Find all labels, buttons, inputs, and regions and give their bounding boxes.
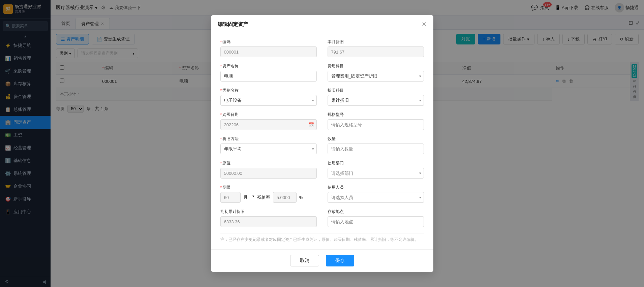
residual-rate-label: 残值率	[257, 194, 270, 200]
dep-subject-input[interactable]	[328, 95, 424, 106]
category-label: * 类别名称	[220, 88, 317, 93]
modal-row-6: * 原值 使用部门 ▾	[220, 160, 424, 179]
residual-rate-unit: %	[299, 195, 303, 200]
modal-header: 编辑固定资产 ✕	[211, 15, 433, 32]
save-btn[interactable]: 保存	[326, 255, 354, 266]
modal-close-btn[interactable]: ✕	[422, 21, 427, 28]
user-select-wrap: ▾	[328, 192, 424, 203]
expense-subject-select-wrap: ▾	[328, 71, 424, 82]
dept-label: 使用部门	[328, 160, 424, 166]
expense-subject-label: 费用科目	[328, 63, 424, 69]
purchase-date-input[interactable]	[220, 119, 317, 130]
modal-footer: 取消 保存	[211, 249, 433, 272]
initial-dep-input[interactable]	[220, 216, 317, 227]
original-value-label: * 原值	[220, 160, 317, 166]
field-dept: 使用部门 ▾	[328, 160, 424, 179]
dept-input[interactable]	[328, 168, 424, 179]
dept-select-wrap: ▾	[328, 168, 424, 179]
quantity-label: 数量	[328, 136, 424, 142]
modal-row-8: 期初累计折旧 存放地点	[220, 209, 424, 227]
name-input[interactable]	[220, 71, 317, 82]
location-label: 存放地点	[328, 209, 424, 215]
modal-row-7: * 期限 月 * 残值率 % 使用人员	[220, 185, 424, 203]
modal-note: 注：已经存在变更记录或者对应固定资产已经生成凭证，原值、购买日期、残值率、累计折…	[220, 233, 424, 243]
spec-label: 规格型号	[328, 112, 424, 118]
location-input[interactable]	[328, 216, 424, 227]
category-input[interactable]	[220, 95, 317, 106]
quantity-input[interactable]	[328, 144, 424, 154]
field-name: * 资产名称	[220, 63, 317, 82]
field-location: 存放地点	[328, 209, 424, 227]
expense-subject-input[interactable]	[328, 71, 424, 82]
field-monthly-dep: 本月折旧 document.querySelector('[data-name=…	[328, 39, 424, 57]
modal-overlay: 编辑固定资产 ✕ * 编码 document.querySelector('[d…	[0, 0, 644, 287]
monthly-dep-input	[328, 46, 424, 57]
field-period-residual: * 期限 月 * 残值率 %	[220, 185, 317, 203]
period-residual-row: 月 * 残值率 %	[220, 192, 317, 203]
field-code: * 编码 document.querySelector('[data-name=…	[220, 39, 317, 57]
dep-subject-label: 折旧科目	[328, 88, 424, 93]
field-original-value: * 原值	[220, 160, 317, 179]
dep-method-label: * 折旧方法	[220, 136, 317, 142]
code-label: * 编码	[220, 39, 317, 45]
calendar-icon: 📅	[309, 122, 314, 127]
spec-input[interactable]	[328, 119, 424, 130]
modal-row-2: * 资产名称 费用科目 ▾	[220, 63, 424, 82]
field-expense-subject: 费用科目 ▾	[328, 63, 424, 82]
residual-rate-input[interactable]	[273, 192, 297, 203]
purchase-date-wrap: 📅	[220, 119, 317, 130]
period-label: * 期限	[220, 185, 317, 190]
modal-row-3: * 类别名称 ▾ 折旧科目 ▾	[220, 88, 424, 106]
field-spec: 规格型号	[328, 112, 424, 130]
field-category: * 类别名称 ▾	[220, 88, 317, 106]
field-initial-dep: 期初累计折旧	[220, 209, 317, 227]
category-select-wrap: ▾	[220, 95, 317, 106]
initial-dep-label: 期初累计折旧	[220, 209, 317, 215]
field-quantity: 数量	[328, 136, 424, 154]
user-label: 使用人员	[328, 185, 424, 190]
modal-row-4: * 购买日期 📅 规格型号	[220, 112, 424, 130]
period-unit: 月	[243, 194, 248, 200]
period-input[interactable]	[220, 192, 241, 203]
residual-req: *	[252, 194, 254, 200]
dep-method-input[interactable]	[220, 144, 317, 154]
name-label: * 资产名称	[220, 63, 317, 69]
code-input[interactable]	[220, 46, 317, 57]
original-value-input[interactable]	[220, 168, 317, 179]
field-dep-subject: 折旧科目 ▾	[328, 88, 424, 106]
field-user: 使用人员 ▾	[328, 185, 424, 203]
edit-asset-modal: 编辑固定资产 ✕ * 编码 document.querySelector('[d…	[211, 15, 433, 272]
field-purchase-date: * 购买日期 📅	[220, 112, 317, 130]
cancel-btn[interactable]: 取消	[290, 255, 319, 266]
monthly-dep-label: 本月折旧	[328, 39, 424, 45]
modal-row-5: * 折旧方法 ▾ 数量	[220, 136, 424, 154]
modal-row-1: * 编码 document.querySelector('[data-name=…	[220, 39, 424, 57]
field-dep-method: * 折旧方法 ▾	[220, 136, 317, 154]
dep-method-select-wrap: ▾	[220, 144, 317, 154]
user-input[interactable]	[328, 192, 424, 203]
purchase-date-label: * 购买日期	[220, 112, 317, 118]
modal-title: 编辑固定资产	[218, 21, 248, 28]
modal-body: * 编码 document.querySelector('[data-name=…	[211, 32, 433, 249]
dep-subject-select-wrap: ▾	[328, 95, 424, 106]
